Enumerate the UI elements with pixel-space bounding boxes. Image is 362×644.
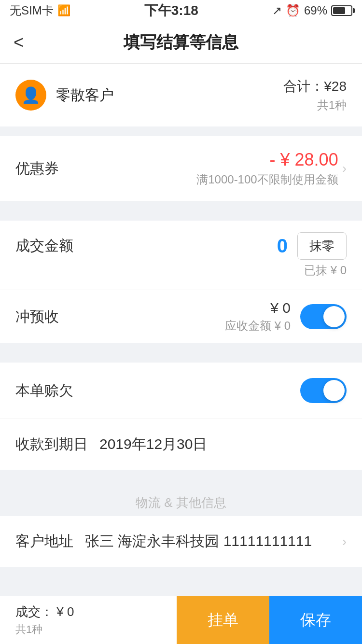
prepay-label: 冲预收 xyxy=(15,307,59,327)
prepay-row: 冲预收 ¥ 0 应收金额 ¥ 0 xyxy=(0,290,362,343)
logistics-label: 物流 & 其他信息 xyxy=(136,494,226,511)
amount-main: 成交金额 0 抹零 xyxy=(15,232,347,260)
amount-sub: 已抹 ¥ 0 xyxy=(15,260,347,286)
nav-bar: < 填写结算等信息 xyxy=(0,21,362,64)
debt-section: 本单赊欠 收款到期日 2019年12月30日 xyxy=(0,363,362,470)
logistics-section-header: 物流 & 其他信息 xyxy=(0,489,362,516)
save-button[interactable]: 保存 xyxy=(269,596,362,644)
bottom-bar: 成交： ¥ 0 共1种 挂单 保存 xyxy=(0,596,362,644)
due-date-value: 2019年12月30日 xyxy=(99,434,207,454)
transaction-right: 0 抹零 xyxy=(277,232,347,260)
back-button[interactable]: < xyxy=(14,32,24,53)
status-bar: 无SIM卡 📶 下午3:18 ↗ ⏰ 69% xyxy=(0,0,362,21)
transaction-amount-row: 成交金额 0 抹零 已抹 ¥ 0 xyxy=(0,221,362,290)
address-value: 张三 海淀永丰科技园 11111111111 xyxy=(85,532,342,551)
coupon-amount: - ¥ 28.00 xyxy=(196,150,338,170)
transaction-section: 成交金额 0 抹零 已抹 ¥ 0 冲预收 ¥ 0 应收金额 ¥ 0 xyxy=(0,221,362,343)
alarm-icon: ⏰ xyxy=(286,4,300,17)
battery-percent: 69% xyxy=(304,4,327,17)
battery-fill xyxy=(333,7,345,14)
transaction-label: 成交金额 xyxy=(15,236,73,256)
prepay-right: ¥ 0 应收金额 ¥ 0 xyxy=(225,300,347,334)
debt-toggle[interactable] xyxy=(300,378,347,403)
prepay-values: ¥ 0 应收金额 ¥ 0 xyxy=(225,300,291,334)
coupon-desc: 满1000-100不限制使用金额 xyxy=(196,172,338,187)
transaction-value[interactable]: 0 xyxy=(277,235,288,257)
status-right: ↗ ⏰ 69% xyxy=(272,4,352,17)
due-label: 收款到期日 xyxy=(15,434,88,454)
content: 👤 零散客户 合计：¥28 共1种 优惠券 - ¥ 28.00 满1000-10… xyxy=(0,64,362,634)
customer-row: 👤 零散客户 合计：¥28 共1种 xyxy=(0,64,362,126)
carrier-text: 无SIM卡 xyxy=(10,3,54,18)
section-separator-2 xyxy=(0,353,362,363)
coupon-row[interactable]: 优惠券 - ¥ 28.00 满1000-100不限制使用金额 › xyxy=(0,136,362,201)
prepay-receivable: 应收金额 ¥ 0 xyxy=(225,318,291,334)
customer-name: 零散客户 xyxy=(56,85,114,105)
coupon-label: 优惠券 xyxy=(15,159,59,179)
customer-left: 👤 零散客户 xyxy=(15,80,114,111)
toggle-knob xyxy=(323,306,345,327)
bottom-transaction-label: 成交： ¥ 0 xyxy=(15,603,161,620)
customer-right: 合计：¥28 共1种 xyxy=(283,77,347,113)
gps-icon: ↗ xyxy=(272,4,282,17)
customer-count: 共1种 xyxy=(283,98,347,113)
wifi-icon: 📶 xyxy=(57,4,70,17)
pending-button[interactable]: 挂单 xyxy=(177,596,269,644)
due-date-row[interactable]: 收款到期日 2019年12月30日 xyxy=(0,419,362,470)
prepay-amount: ¥ 0 xyxy=(225,300,291,316)
section-separator-3 xyxy=(0,479,362,489)
battery-icon xyxy=(331,5,352,16)
bottom-info: 成交： ¥ 0 共1种 xyxy=(0,596,177,644)
bottom-count-label: 共1种 xyxy=(15,622,161,637)
address-label: 客户地址 xyxy=(15,532,73,551)
status-left: 无SIM卡 📶 xyxy=(10,3,70,18)
chevron-right-icon: › xyxy=(342,161,347,176)
customer-total: 合计：¥28 xyxy=(283,77,347,96)
round-button[interactable]: 抹零 xyxy=(297,232,347,260)
debt-label: 本单赊欠 xyxy=(15,381,73,401)
avatar: 👤 xyxy=(15,80,46,111)
prepay-toggle[interactable] xyxy=(300,304,347,329)
bottom-btn-group: 挂单 保存 xyxy=(177,596,362,644)
debt-row: 本单赊欠 xyxy=(0,363,362,419)
status-time: 下午3:18 xyxy=(144,1,198,20)
address-row[interactable]: 客户地址 张三 海淀永丰科技园 11111111111 › xyxy=(0,516,362,567)
coupon-values: - ¥ 28.00 满1000-100不限制使用金额 xyxy=(196,150,338,187)
page-title: 填写结算等信息 xyxy=(124,31,238,54)
debt-toggle-knob xyxy=(323,380,345,401)
section-separator-1 xyxy=(0,211,362,221)
coupon-right: - ¥ 28.00 满1000-100不限制使用金额 › xyxy=(196,150,347,187)
address-chevron-icon: › xyxy=(342,534,347,549)
